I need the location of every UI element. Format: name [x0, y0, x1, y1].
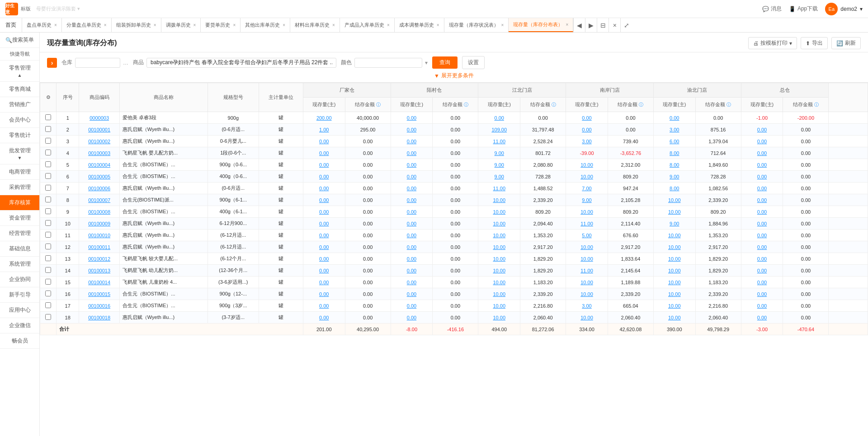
row-extra	[829, 206, 868, 218]
print-btn[interactable]: 🖨 按模板打印 ▾	[748, 37, 797, 49]
row-code: 00100002	[79, 136, 119, 147]
top-dropdown[interactable]: 母婴行业演示陈套 ▾	[36, 5, 80, 12]
row-unit: 罐	[259, 241, 303, 253]
sidebar-item-finance[interactable]: 资金管理	[0, 211, 39, 226]
tab-finished-in-close[interactable]: ×	[387, 23, 390, 28]
row-check[interactable]	[40, 312, 57, 323]
cell-qty-3: 10.00	[566, 159, 608, 171]
tab-prev-btn[interactable]: ◀	[573, 18, 585, 32]
sidebar-item-purchase[interactable]: 采购管理	[0, 180, 39, 195]
sidebar-search[interactable]: 🔍 搜索英单	[0, 33, 39, 48]
row-check[interactable]	[40, 241, 57, 253]
tab-other-out-close[interactable]: ×	[283, 23, 285, 28]
tab-requisition[interactable]: 要货单历史 ×	[201, 18, 241, 32]
row-extra	[829, 277, 868, 288]
row-code: 00100008	[79, 206, 119, 218]
export-btn[interactable]: ⬆ 导出	[801, 37, 828, 49]
sidebar-item-retail-mgmt[interactable]: 零售管理 ▲	[0, 61, 39, 82]
sidebar-quick-nav[interactable]: 快捷导航	[0, 48, 39, 61]
row-check[interactable]	[40, 194, 57, 206]
cell-amt-1: 0.00	[433, 277, 478, 288]
row-check[interactable]	[40, 136, 57, 147]
sidebar-item-ecommerce[interactable]: 电商管理	[0, 164, 39, 180]
row-check[interactable]	[40, 159, 57, 171]
goods-input[interactable]	[146, 58, 336, 68]
tab-material-out[interactable]: 材料出库单历史 ×	[290, 18, 340, 32]
sidebar-item-wholesale[interactable]: 批发管理 ▼	[0, 143, 39, 164]
row-check[interactable]	[40, 277, 57, 288]
tab-home[interactable]: 首页	[0, 18, 22, 32]
sidebar-item-enterprise[interactable]: 企业协同	[0, 272, 39, 287]
row-extra	[829, 171, 868, 183]
tab-requisition-close[interactable]: ×	[233, 23, 236, 28]
tab-inventory-check[interactable]: 盘点单历史 ×	[22, 18, 62, 32]
row-extra	[829, 124, 868, 136]
row-check[interactable]	[40, 288, 57, 300]
tab-assembly[interactable]: 组装拆卸单历史 ×	[112, 18, 161, 32]
tab-sub-inventory[interactable]: 分量盘点单历史 ×	[62, 18, 112, 32]
sidebar-item-app-center[interactable]: 应用中心	[0, 303, 39, 318]
row-check[interactable]	[40, 253, 57, 265]
row-check[interactable]	[40, 218, 57, 230]
user-area[interactable]: 刷新 Ea demo2 ▾	[825, 3, 863, 15]
sidebar-item-marketing[interactable]: 营销推广	[0, 97, 39, 113]
sidebar-item-operations[interactable]: 经营管理	[0, 226, 39, 241]
row-check[interactable]	[40, 230, 57, 241]
tab-next-btn[interactable]: ▶	[585, 18, 597, 32]
tab-transfer-close[interactable]: ×	[193, 23, 196, 28]
tab-transfer[interactable]: 调拨单历史 ×	[161, 18, 201, 32]
row-check[interactable]	[40, 206, 57, 218]
sidebar-item-wechat[interactable]: 企业微信	[0, 318, 39, 333]
tab-more-btn[interactable]: ⊟	[597, 18, 609, 32]
col-settings[interactable]: ⚙	[40, 83, 57, 112]
warehouse-input[interactable]	[75, 58, 120, 68]
tab-assembly-close[interactable]: ×	[154, 23, 156, 28]
row-name: 惠氏启赋（Wyeth illu...)	[119, 241, 208, 253]
search-btn[interactable]: 查询	[432, 56, 458, 69]
row-check[interactable]	[40, 265, 57, 277]
tab-inventory-check-close[interactable]: ×	[54, 23, 57, 28]
sidebar-item-basic-info[interactable]: 基础信息	[0, 241, 39, 257]
tab-stock-distribution[interactable]: 现存量（库存分布表） ×	[509, 18, 573, 32]
cell-qty-2: 10.00	[478, 265, 520, 277]
row-extra	[829, 265, 868, 277]
sidebar-item-retail-mall[interactable]: 零售商城	[0, 82, 39, 97]
tab-cost-adjust-close[interactable]: ×	[437, 23, 439, 28]
cell-qty-0: 0.00	[303, 265, 345, 277]
tab-expand-btn[interactable]: ⤢	[620, 18, 632, 32]
tab-stock-status-close[interactable]: ×	[501, 23, 504, 28]
row-check[interactable]	[40, 112, 57, 124]
sidebar-item-retail-stats[interactable]: 零售统计	[0, 128, 39, 143]
cell-qty-1: 0.00	[391, 136, 433, 147]
tab-cost-adjust[interactable]: 成本调整单历史 ×	[395, 18, 444, 32]
row-check[interactable]	[40, 147, 57, 159]
tab-sub-inventory-close[interactable]: ×	[104, 23, 107, 28]
sidebar-item-sys-mgmt[interactable]: 系统管理	[0, 257, 39, 272]
row-check[interactable]	[40, 183, 57, 194]
summary-row: 合计 201.00 40,295.00 -8.00 -416.16 494.00…	[40, 323, 868, 335]
tab-finished-in[interactable]: 产成品入库单历史 ×	[340, 18, 395, 32]
row-check[interactable]	[40, 300, 57, 312]
expand-conditions-btn[interactable]: ▼ 展开更多条件	[47, 69, 861, 82]
tab-stock-distribution-close[interactable]: ×	[566, 22, 568, 27]
app-download-btn[interactable]: 📱 App下载	[789, 5, 818, 13]
settings-filter-btn[interactable]: 设置	[462, 56, 485, 69]
tab-other-out[interactable]: 其他出库单历史 ×	[241, 18, 290, 32]
row-check[interactable]	[40, 171, 57, 183]
cell-qty-4: 9.00	[653, 218, 695, 230]
tab-material-out-close[interactable]: ×	[332, 23, 335, 28]
row-check[interactable]	[40, 124, 57, 136]
row-extra	[829, 230, 868, 241]
sidebar-item-inventory[interactable]: 库存核算	[0, 195, 39, 211]
filter-toggle-btn[interactable]: ›	[47, 58, 57, 68]
cell-amt-5: 0.00	[783, 230, 829, 241]
sidebar-item-member2[interactable]: 畅会员	[0, 333, 39, 349]
message-btn[interactable]: 💬 消息	[762, 5, 782, 13]
sidebar-item-operations-label: 经营管理	[9, 230, 31, 237]
color-input[interactable]	[354, 58, 422, 68]
sidebar-item-member[interactable]: 会员中心	[0, 113, 39, 128]
refresh-btn[interactable]: 🔄 刷新	[831, 37, 861, 49]
sidebar-item-guide[interactable]: 新手引导	[0, 287, 39, 303]
tab-stock-status[interactable]: 现存量（库存状况表） ×	[444, 18, 509, 32]
tab-close-all-btn[interactable]: ×	[609, 18, 620, 32]
